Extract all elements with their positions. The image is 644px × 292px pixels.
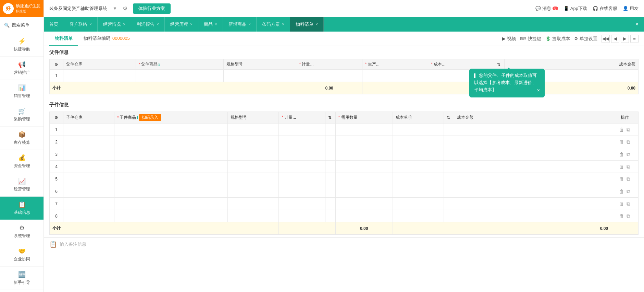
child-row-1-goods[interactable] [114,124,227,136]
sidebar-item-marketing[interactable]: 📢 营销推广 [0,57,44,80]
child-row-7-warehouse[interactable] [63,198,114,210]
tab-goods-close[interactable]: × [215,22,217,27]
child-row-6-qty[interactable] [335,185,393,198]
parent-row-1-goods[interactable] [136,70,224,82]
child-row-1-spec[interactable] [228,124,279,136]
tab-profit-close[interactable]: × [157,22,159,27]
child-col-sort[interactable]: ⇅ [325,112,335,124]
copy-icon-row1[interactable]: ⧉ [627,127,630,132]
sub-tab-bom-code[interactable]: 物料清单编码 0000005 [78,32,135,46]
parent-col-sort[interactable]: ⇅ [494,59,504,70]
dropdown-arrow[interactable]: ▼ [113,6,117,11]
tab-barcode-close[interactable]: × [282,22,284,27]
copy-icon-row6[interactable]: ⧉ [627,188,630,194]
delete-icon-row2[interactable]: 🗑 [619,139,624,145]
tab-new-goods-close[interactable]: × [248,22,251,27]
child-row-6-goods[interactable] [114,185,227,198]
child-row-8-unit-cost[interactable] [393,210,444,222]
sidebar-item-sales[interactable]: 📊 销售管理 [0,80,44,103]
child-row-2-goods[interactable] [114,136,227,148]
app-download-button[interactable]: 📱 App下载 [564,5,587,12]
search-menu-button[interactable]: 🔍 搜索菜单 [3,20,41,30]
parent-row-1-warehouse[interactable] [63,70,136,82]
child-row-2-unit-cost[interactable] [393,136,444,148]
child-goods-info-icon[interactable]: ℹ [137,115,138,120]
nav-first-button[interactable]: ◀◀ [602,35,610,43]
copy-icon-row8[interactable]: ⧉ [627,213,630,219]
child-row-2-qty[interactable] [335,136,393,148]
tab-customer[interactable]: 客户联络 × [64,17,98,32]
child-row-7-unit-cost[interactable] [393,198,444,210]
child-col-settings[interactable]: ⚙ [50,112,63,124]
child-row-4-unit[interactable] [279,161,325,173]
scan-input-button[interactable]: 扫码录入 [139,114,161,121]
delete-icon-row3[interactable]: 🗑 [619,151,624,157]
child-row-1-unit[interactable] [279,124,325,136]
parent-col-settings[interactable]: ⚙ [50,59,63,70]
child-row-4-spec[interactable] [228,161,279,173]
sidebar-item-system[interactable]: ⚙ 系统管理 [0,220,44,243]
child-row-6-unit-cost[interactable] [393,185,444,198]
child-row-7-goods[interactable] [114,198,227,210]
tab-operation-status-close[interactable]: × [123,22,125,27]
delete-icon-row5[interactable]: 🗑 [619,176,624,182]
parent-row-1-production[interactable] [362,70,428,82]
tab-bom[interactable]: 物料清单 × [290,17,324,32]
child-row-8-spec[interactable] [228,210,279,222]
tab-barcode[interactable]: 条码方案 × [257,17,290,32]
child-row-4-unit-cost[interactable] [393,161,444,173]
tab-operation-status[interactable]: 经营情况 × [98,17,131,32]
copy-icon-row5[interactable]: ⧉ [627,176,630,182]
child-row-3-unit-cost[interactable] [393,148,444,161]
child-row-2-spec[interactable] [228,136,279,148]
sidebar-item-operation[interactable]: 📈 经营管理 [0,173,44,197]
tab-new-goods[interactable]: 新增商品 × [223,17,257,32]
child-row-5-qty[interactable] [335,173,393,185]
child-row-5-goods[interactable] [114,173,227,185]
child-row-1-qty[interactable] [335,124,393,136]
child-row-8-qty[interactable] [335,210,393,222]
settings-gear-icon[interactable]: ⚙ [123,5,127,12]
child-row-4-goods[interactable] [114,161,227,173]
nav-next-button[interactable]: ▶ [621,35,629,43]
sidebar-item-guide[interactable]: 🆕 新手引导 [0,267,44,290]
video-button[interactable]: ▶ 视频 [502,36,516,42]
child-row-7-qty[interactable] [335,198,393,210]
child-row-1-warehouse[interactable] [63,124,114,136]
tab-biz-history-close[interactable]: × [190,22,193,27]
child-row-8-warehouse[interactable] [63,210,114,222]
delete-icon-row4[interactable]: 🗑 [619,164,624,170]
sidebar-item-basic-info[interactable]: 📋 基础信息 [0,197,44,220]
tab-profit[interactable]: 利润报告 × [131,17,165,32]
parent-goods-info-icon[interactable]: ℹ [158,62,160,67]
tab-home[interactable]: 首页 [44,17,64,32]
copy-icon-row4[interactable]: ⧉ [627,164,630,170]
child-row-5-unit-cost[interactable] [393,173,444,185]
sidebar-item-inventory[interactable]: 📦 库存核算 [0,127,44,150]
child-row-1-unit-cost[interactable] [393,124,444,136]
user-menu-button[interactable]: 👤 用友 [623,5,639,12]
child-row-4-qty[interactable] [335,161,393,173]
child-row-5-unit[interactable] [279,173,325,185]
tab-customer-close[interactable]: × [89,22,92,27]
shortcut-button[interactable]: ⌨ 快捷键 [520,36,541,42]
sidebar-item-quick-nav[interactable]: ⚡ 快捷导航 [0,33,44,57]
grid-view-button[interactable]: ≡ [630,35,639,43]
parent-row-1-spec[interactable] [224,70,296,82]
sidebar-item-enterprise[interactable]: 🤝 企业协同 [0,243,44,267]
child-row-6-unit[interactable] [279,185,325,198]
tab-biz-history[interactable]: 经营历程 × [165,17,198,32]
tooltip-close-button[interactable]: × [537,86,540,94]
delete-icon-row8[interactable]: 🗑 [619,213,624,219]
online-support-button[interactable]: 🎧 在线客服 [593,5,617,12]
child-row-3-spec[interactable] [228,148,279,161]
note-hint[interactable]: 输入备注信息 [60,241,86,247]
parent-row-1-unit[interactable] [296,70,362,82]
child-row-8-goods[interactable] [114,210,227,222]
copy-icon-row2[interactable]: ⧉ [627,139,630,145]
child-row-8-unit[interactable] [279,210,325,222]
child-row-3-unit[interactable] [279,148,325,161]
child-row-5-warehouse[interactable] [63,173,114,185]
child-row-2-warehouse[interactable] [63,136,114,148]
nav-prev-button[interactable]: ◀ [611,35,619,43]
